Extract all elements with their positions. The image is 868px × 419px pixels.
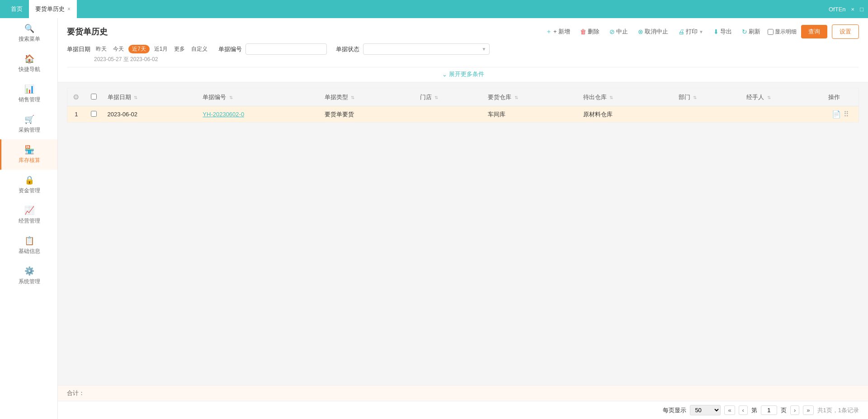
- row-checkbox[interactable]: [91, 111, 97, 117]
- expand-more-btn[interactable]: ⌄ 展开更多条件: [67, 67, 859, 82]
- th-type: 单据类型 ⇅: [319, 88, 415, 106]
- print-icon: 🖨: [678, 28, 684, 35]
- order-no-link[interactable]: YH-20230602-0: [203, 111, 244, 118]
- last-page-btn[interactable]: »: [803, 405, 813, 415]
- tab-close-icon[interactable]: ×: [67, 6, 71, 12]
- page-label-prefix: 第: [751, 406, 757, 414]
- filter-row-1: 单据日期 昨天 今天 近7天 近1月 更多 自定义 单据编号: [67, 43, 859, 55]
- status-select[interactable]: [363, 43, 490, 55]
- date-btn-custom[interactable]: 自定义: [189, 45, 209, 53]
- toolbar: ＋ + 新增 🗑 删除 ⊘ 中止 ⊗ 取消中止: [543, 24, 859, 39]
- sort-pending-warehouse-icon: ⇅: [609, 95, 613, 100]
- status-filter-group: 单据状态: [336, 43, 490, 55]
- sort-store-icon: ⇅: [434, 95, 438, 100]
- sidebar-item-system-mgmt[interactable]: ⚙️ 系统管理: [0, 261, 57, 291]
- order-no-input[interactable]: [245, 43, 327, 55]
- select-all-checkbox[interactable]: [91, 94, 97, 100]
- table-row: 1 2023-06-02 YH-20230602-0 要货单要货 车间库 原材料…: [67, 106, 859, 123]
- th-store: 门店 ⇅: [415, 88, 482, 106]
- date-btn-more[interactable]: 更多: [172, 45, 187, 53]
- sidebar-item-inventory-mgmt[interactable]: 🏪 库存核算: [0, 139, 57, 170]
- delete-btn[interactable]: 🗑 删除: [577, 26, 602, 38]
- sort-date-icon: ⇅: [134, 95, 137, 100]
- th-warehouse: 要货仓库 ⇅: [482, 88, 578, 106]
- sort-department-icon: ⇅: [693, 95, 697, 100]
- stop-btn[interactable]: ⊘ 中止: [607, 26, 631, 38]
- row-store: [415, 106, 482, 123]
- export-btn[interactable]: ⬇ 导出: [711, 26, 735, 38]
- refresh-btn[interactable]: ↻ 刷新: [739, 26, 763, 38]
- row-pending-warehouse: 原材料仓库: [578, 106, 673, 123]
- close-window-btn[interactable]: ×: [851, 6, 855, 13]
- export-icon: ⬇: [713, 28, 719, 35]
- content-area: 要货单历史 ＋ + 新增 🗑 删除 ⊘ 中止 ⊗: [58, 18, 868, 419]
- new-btn[interactable]: ＋ + 新增: [543, 26, 573, 38]
- sort-orderno-icon: ⇅: [229, 95, 233, 100]
- sidebar-item-sales-mgmt[interactable]: 📊 销售管理: [0, 79, 57, 109]
- sidebar-item-quick-nav[interactable]: 🏠 快捷导航: [0, 48, 57, 79]
- row-order-no: YH-20230602-0: [197, 106, 319, 123]
- sidebar-item-fund-mgmt[interactable]: 🔒 资金管理: [0, 170, 57, 200]
- main-layout: 🔍 搜索菜单 🏠 快捷导航 📊 销售管理 🛒 采购管理 🏪 库存核算 🔒 资金管…: [0, 18, 868, 419]
- footer-total: 合计：: [58, 385, 868, 401]
- row-department: [673, 106, 741, 123]
- row-handler: [741, 106, 823, 123]
- search-menu-icon: 🔍: [24, 24, 34, 33]
- page-title-row: 要货单历史 ＋ + 新增 🗑 删除 ⊘ 中止 ⊗: [67, 24, 859, 39]
- prev-page-btn[interactable]: ‹: [739, 405, 748, 415]
- delete-icon: 🗑: [580, 28, 586, 35]
- th-handler: 经手人 ⇅: [741, 88, 823, 106]
- tab-home[interactable]: 首页: [5, 0, 29, 18]
- refresh-icon: ↻: [742, 28, 747, 35]
- show-detail-btn[interactable]: 显示明细: [768, 28, 797, 36]
- often-label: OfTEn: [829, 6, 846, 13]
- date-filter-group: 单据日期 昨天 今天 近7天 近1月 更多 自定义: [67, 45, 209, 53]
- top-bar: 首页 要货单历史 × OfTEn × □: [0, 0, 868, 18]
- print-btn[interactable]: 🖨 打印 ▼: [675, 26, 706, 38]
- show-detail-checkbox[interactable]: [768, 29, 774, 35]
- inventory-mgmt-icon: 🏪: [24, 145, 34, 155]
- row-edit-icon[interactable]: 📄: [832, 110, 841, 119]
- row-num: 1: [67, 106, 85, 123]
- business-mgmt-icon: 📈: [24, 205, 34, 215]
- first-page-btn[interactable]: «: [724, 405, 735, 415]
- sidebar-item-search-menu[interactable]: 🔍 搜索菜单: [0, 18, 57, 48]
- print-dropdown-icon: ▼: [699, 29, 703, 34]
- th-pending-warehouse: 待出仓库 ⇅: [578, 88, 673, 106]
- settings-btn[interactable]: 设置: [832, 24, 859, 39]
- next-page-btn[interactable]: ›: [790, 405, 799, 415]
- quick-nav-icon: 🏠: [24, 54, 34, 64]
- sidebar-item-basic-info[interactable]: 📋 基础信息: [0, 230, 57, 261]
- per-page-select[interactable]: 10 20 50 100: [690, 405, 721, 415]
- row-more-icon[interactable]: ⠿: [844, 110, 849, 119]
- page-label-suffix: 页: [781, 406, 787, 414]
- sidebar-item-purchase-mgmt[interactable]: 🛒 采购管理: [0, 109, 57, 139]
- maximize-btn[interactable]: □: [860, 6, 863, 13]
- per-page-label: 每页显示: [663, 406, 686, 414]
- row-date: 2023-06-02: [102, 106, 198, 123]
- purchase-mgmt-icon: 🛒: [24, 114, 34, 124]
- status-select-wrapper: [363, 43, 490, 55]
- th-settings: ⚙: [67, 88, 85, 106]
- cancel-stop-icon: ⊗: [638, 28, 643, 35]
- sales-mgmt-icon: 📊: [24, 84, 34, 94]
- table-settings-icon[interactable]: ⚙: [73, 93, 79, 101]
- pagination-bar: 每页显示 10 20 50 100 « ‹ 第 页 › » 共1页，1条记录: [58, 401, 868, 419]
- footer-total-label: 合计：: [67, 389, 85, 397]
- date-btn-yesterday[interactable]: 昨天: [94, 45, 108, 53]
- order-no-filter-group: 单据编号: [218, 43, 327, 55]
- date-btn-1month[interactable]: 近1月: [152, 45, 170, 53]
- fund-mgmt-icon: 🔒: [24, 175, 34, 185]
- th-date: 单据日期 ⇅: [102, 88, 198, 106]
- sidebar: 🔍 搜索菜单 🏠 快捷导航 📊 销售管理 🛒 采购管理 🏪 库存核算 🔒 资金管…: [0, 18, 58, 419]
- th-checkbox: [85, 88, 102, 106]
- date-range-text: 2023-05-27 至 2023-06-02: [94, 56, 158, 62]
- date-btn-7days[interactable]: 近7天: [128, 45, 150, 53]
- cancel-stop-btn[interactable]: ⊗ 取消中止: [635, 26, 671, 38]
- tab-order-history[interactable]: 要货单历史 ×: [29, 0, 77, 18]
- row-checkbox-cell: [85, 106, 102, 123]
- sidebar-item-business-mgmt[interactable]: 📈 经营管理: [0, 200, 57, 230]
- page-input[interactable]: [761, 405, 777, 415]
- query-btn[interactable]: 查询: [801, 25, 827, 38]
- date-btn-today[interactable]: 今天: [111, 45, 126, 53]
